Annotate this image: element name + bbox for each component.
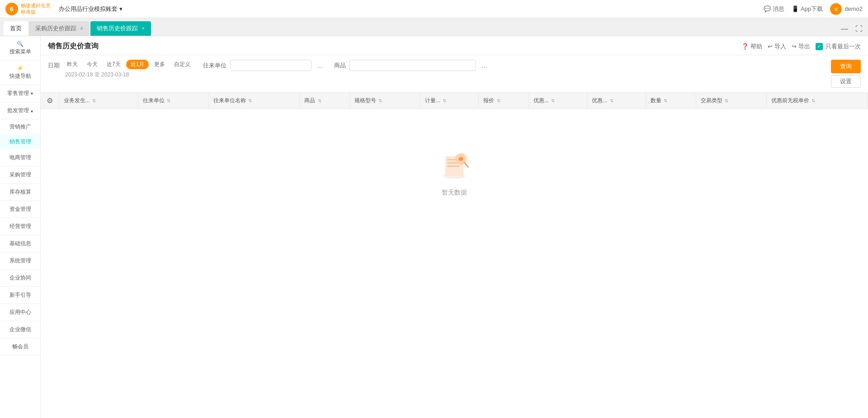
sidebar-item-search-menu[interactable]: 🔍 搜索菜单 <box>0 36 40 61</box>
tab-maximize-btn[interactable]: ⛶ <box>854 24 864 34</box>
data-table: ⚙ 业务发生... ⇅ 往来单位 ⇅ 往来单位名称 ⇅ <box>41 93 868 109</box>
goods-dots[interactable]: ... <box>480 62 489 70</box>
th-biz-date[interactable]: 业务发生... ⇅ <box>59 93 138 109</box>
sort-arrows: ⇅ <box>664 98 667 103</box>
download-icon: 📱 <box>792 5 799 12</box>
th-settings[interactable]: ⚙ <box>41 93 59 109</box>
sort-arrows: ⇅ <box>551 98 555 103</box>
sidebar-item-app-center[interactable]: 应用中心 <box>0 304 40 321</box>
svg-point-6 <box>459 157 463 162</box>
th-source-unit-name[interactable]: 往来单位名称 ⇅ <box>208 93 300 109</box>
sidebar-item-retail-mgmt[interactable]: 零售管理 ▾ <box>0 85 40 102</box>
th-spec[interactable]: 规格型号 ⇅ <box>349 93 420 109</box>
gear-icon[interactable]: ⚙ <box>47 97 53 104</box>
chevron-up-icon: ▴ <box>31 108 33 113</box>
tab-sales-history-close[interactable]: × <box>142 25 145 32</box>
source-unit-input-group: ... <box>230 60 325 71</box>
only-last-area[interactable]: ✓ 只看最后一次 <box>816 43 861 51</box>
sidebar-item-purchase-mgmt[interactable]: 采购管理 <box>0 166 40 184</box>
tab-purchase-history-close[interactable]: × <box>80 25 83 32</box>
app-download-btn[interactable]: 📱 App下载 <box>792 5 823 13</box>
message-icon: 💬 <box>764 5 771 12</box>
page-title: 销售历史价查询 <box>48 42 99 51</box>
sidebar-item-ecommerce[interactable]: 电商管理 <box>0 149 40 166</box>
date-tab-yesterday[interactable]: 昨天 <box>63 60 81 69</box>
chevron-down-icon: ▾ <box>31 91 33 96</box>
filter-area: 日期 昨天 今天 近7天 近1月 更多 自定义 2023-02-18 至 202… <box>41 55 868 93</box>
date-tab-7days[interactable]: 近7天 <box>103 60 124 69</box>
date-range: 2023-02-18 至 2023-03-18 <box>63 71 194 79</box>
sidebar-item-enterprise-wechat[interactable]: 企业微信 <box>0 321 40 338</box>
goods-filter-group: 商品 ... <box>334 60 489 71</box>
date-tab-today[interactable]: 今天 <box>83 60 101 69</box>
import-action[interactable]: ↩ 导入 <box>768 43 786 51</box>
date-tab-1month[interactable]: 近1月 <box>126 60 149 69</box>
sidebar-item-wholesale-mgmt[interactable]: 批发管理 ▴ <box>0 102 40 119</box>
date-tab-more[interactable]: 更多 <box>151 60 169 69</box>
logo-area: 6 畅捷通好生意 标准版 <box>5 3 51 15</box>
source-unit-filter-group: 往来单位 ... <box>203 60 325 71</box>
sidebar-item-marketing[interactable]: 营销推广 <box>0 119 40 134</box>
sort-arrows: ⇅ <box>92 98 96 103</box>
goods-input-group: ... <box>349 60 489 71</box>
sidebar-item-operations[interactable]: 经营管理 <box>0 218 40 235</box>
sort-arrows: ⇅ <box>378 98 382 103</box>
th-source-unit[interactable]: 往来单位 ⇅ <box>138 93 208 109</box>
tab-purchase-history-label: 采购历史价跟踪 <box>35 24 76 33</box>
source-unit-input[interactable] <box>230 60 311 71</box>
user-area[interactable]: d demo2 <box>830 3 863 15</box>
th-pre-tax-price[interactable]: 优惠前无税单价 ⇅ <box>766 93 868 109</box>
date-tab-custom[interactable]: 自定义 <box>170 60 194 69</box>
sidebar-item-beginner[interactable]: 新手引导 <box>0 287 40 304</box>
tab-sales-history[interactable]: 销售历史价跟踪 × <box>90 21 151 36</box>
goods-label: 商品 <box>334 60 346 70</box>
app-selector[interactable]: 办公用品行业模拟账套 ▾ <box>59 5 123 13</box>
svg-rect-4 <box>447 166 460 167</box>
sidebar-item-enterprise[interactable]: 企业协同 <box>0 270 40 287</box>
th-quoted-price[interactable]: 报价 ⇅ <box>479 93 529 109</box>
sort-arrows: ⇅ <box>725 98 728 103</box>
th-trade-type[interactable]: 交易类型 ⇅ <box>696 93 766 109</box>
page-header: 销售历史价查询 ❓ 帮助 ↩ 导入 ↪ 导出 ✓ 只看最后一次 <box>41 36 868 55</box>
tab-home[interactable]: 首页 <box>4 21 28 36</box>
sidebar-item-inventory[interactable]: 库存核算 <box>0 184 40 201</box>
th-quantity[interactable]: 数量 ⇅ <box>646 93 696 109</box>
sidebar-item-sys-mgmt[interactable]: 系统管理 <box>0 252 40 270</box>
sidebar-item-finance[interactable]: 资金管理 <box>0 201 40 218</box>
empty-text: 暂无数据 <box>442 189 467 197</box>
table-area: ⚙ 业务发生... ⇅ 往来单位 ⇅ 往来单位名称 ⇅ <box>41 93 868 418</box>
sort-arrows: ⇅ <box>318 98 321 103</box>
query-button[interactable]: 查询 <box>831 60 861 73</box>
th-goods[interactable]: 商品 ⇅ <box>300 93 350 109</box>
sort-arrows: ⇅ <box>497 98 500 103</box>
empty-state: 暂无数据 <box>41 109 868 233</box>
sort-arrows: ⇅ <box>167 98 170 103</box>
top-bar-left: 6 畅捷通好生意 标准版 办公用品行业模拟账套 ▾ <box>5 3 123 15</box>
th-discount1[interactable]: 优惠... ⇅ <box>528 93 587 109</box>
tab-purchase-history[interactable]: 采购历史价跟踪 × <box>29 21 90 36</box>
top-bar-right: 💬 消息 📱 App下载 d demo2 <box>764 3 863 15</box>
settings-button[interactable]: 设置 <box>831 75 861 88</box>
chevron-down-icon: ▾ <box>119 5 123 12</box>
th-unit[interactable]: 计量... ⇅ <box>420 93 479 109</box>
shortcuts-icon: ⚡ <box>17 65 24 71</box>
date-filter-group: 日期 昨天 今天 近7天 近1月 更多 自定义 2023-02-18 至 202… <box>48 60 194 79</box>
export-action[interactable]: ↪ 导出 <box>792 43 810 51</box>
message-btn[interactable]: 💬 消息 <box>764 5 784 13</box>
tab-minimize-btn[interactable]: — <box>839 24 850 34</box>
content-area: 销售历史价查询 ❓ 帮助 ↩ 导入 ↪ 导出 ✓ 只看最后一次 <box>41 36 868 418</box>
sidebar-item-sales-mgmt[interactable]: 销售管理 <box>0 134 40 149</box>
sidebar-item-shortcuts[interactable]: ⚡ 快捷导航 <box>0 61 40 85</box>
empty-illustration <box>436 145 472 181</box>
tab-bar: 首页 采购历史价跟踪 × 销售历史价跟踪 × — ⛶ <box>0 18 868 36</box>
sidebar-item-basic-info[interactable]: 基础信息 <box>0 235 40 252</box>
help-action[interactable]: ❓ 帮助 <box>741 43 762 51</box>
sidebar-item-vip[interactable]: 畅会员 <box>0 338 40 356</box>
sort-arrows: ⇅ <box>248 98 252 103</box>
goods-input[interactable] <box>349 60 476 71</box>
source-unit-dots[interactable]: ... <box>315 62 325 70</box>
th-discount2[interactable]: 优惠... ⇅ <box>587 93 646 109</box>
avatar: d <box>830 3 842 15</box>
only-last-checkbox[interactable]: ✓ <box>816 43 823 50</box>
filter-buttons: 查询 设置 <box>831 60 861 88</box>
